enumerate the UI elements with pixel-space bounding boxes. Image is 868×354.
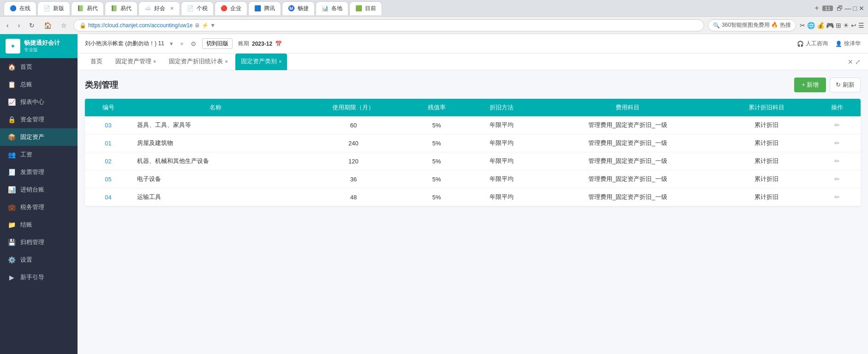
cell-action-3[interactable]: ✏ xyxy=(814,170,861,188)
browser-tab-4[interactable]: ☁️好会✕ xyxy=(138,1,180,15)
sidebar-item-资金管理[interactable]: 🔒 资金管理 xyxy=(0,111,78,128)
sidebar-item-工资[interactable]: 👥 工资 xyxy=(0,146,78,163)
table-header: 编号名称使用期限（月）残值率折旧方法费用科目累计折旧科目操作 xyxy=(85,99,861,116)
content-tab-1[interactable]: 固定资产管理× xyxy=(110,54,162,70)
switch-version-btn[interactable]: 切到旧版 xyxy=(202,38,233,49)
tab-close-all-btn[interactable]: ✕ xyxy=(848,58,853,66)
url-input[interactable]: 🔒 https://cloud.chanjet.com/accounting/u… xyxy=(73,19,704,31)
browser-tab-9[interactable]: 📊各地 xyxy=(316,1,348,15)
content-tab-close-1[interactable]: × xyxy=(153,59,156,64)
bookmark-btn[interactable]: ☆ xyxy=(58,21,70,30)
settings-icon[interactable]: ⚙ xyxy=(191,40,197,48)
table-col-header-0: 编号 xyxy=(85,99,132,116)
cell-name-4: 运输工具 xyxy=(132,188,299,206)
cell-accumulated-0: 累计折旧 xyxy=(718,116,814,134)
content-tab-2[interactable]: 固定资产折旧统计表× xyxy=(163,54,233,70)
browser-tab-2[interactable]: 📗易代 xyxy=(71,1,104,15)
sidebar-item-总账[interactable]: 📋 总账 xyxy=(0,76,78,93)
calendar-icon[interactable]: 📅 xyxy=(275,41,282,47)
sidebar-icon-7: 📊 xyxy=(7,186,16,194)
user-avatar[interactable]: 👤 徐泽华 xyxy=(835,40,861,48)
cell-accumulated-3: 累计折旧 xyxy=(718,170,814,188)
sidebar-item-结账[interactable]: 📁 结账 xyxy=(0,216,78,234)
forward-btn[interactable]: › xyxy=(15,21,23,30)
dropdown-icon[interactable]: ▾ xyxy=(170,40,173,47)
refresh-button[interactable]: ↻ 刷新 xyxy=(830,78,861,92)
consult-btn[interactable]: 🎧 人工咨询 xyxy=(797,40,828,48)
sidebar-item-归档管理[interactable]: 💾 归档管理 xyxy=(0,234,78,251)
close-browser-btn[interactable]: ✕ xyxy=(859,5,864,12)
table-col-header-2: 使用期限（月） xyxy=(300,99,407,116)
logo-sub: 专业版 xyxy=(24,47,60,53)
sidebar-logo: ✦ 畅捷通好会计 专业版 xyxy=(0,34,78,58)
sidebar-icon-1: 📋 xyxy=(7,80,16,89)
browser-tab-1[interactable]: 📄新版 xyxy=(37,1,70,15)
browser-tab-7[interactable]: 🟦腾讯 xyxy=(248,1,281,15)
cell-period-4: 48 xyxy=(300,188,407,206)
restore-btn[interactable]: 🗗 xyxy=(837,5,843,12)
cell-action-4[interactable]: ✏ xyxy=(814,188,861,206)
content-tab-0[interactable]: 首页 xyxy=(85,54,108,70)
headset-icon: 🎧 xyxy=(797,41,804,47)
sidebar-item-固定资产[interactable]: 📦 固定资产 xyxy=(0,128,78,146)
sidebar-item-设置[interactable]: ⚙️ 设置 xyxy=(0,251,78,269)
edit-btn-3[interactable]: ✏ xyxy=(834,175,840,183)
edit-btn-2[interactable]: ✏ xyxy=(834,157,840,165)
cell-accumulated-4: 累计折旧 xyxy=(718,188,814,206)
sidebar-label-12: 新手引导 xyxy=(20,273,44,282)
sidebar-label-2: 报表中心 xyxy=(20,98,44,106)
cell-expense-2: 管理费用_固定资产折旧_一级 xyxy=(537,152,719,170)
cell-method-1: 年限平均 xyxy=(466,134,537,152)
header-right: 🎧 人工咨询 👤 徐泽华 xyxy=(797,40,861,48)
table-row: 04 运输工具 48 5% 年限平均 管理费用_固定资产折旧_一级 累计折旧 ✏ xyxy=(85,188,861,206)
sidebar-item-首页[interactable]: 🏠 首页 xyxy=(0,58,78,76)
cell-code-1[interactable]: 01 xyxy=(85,134,132,152)
table-row: 03 器具、工具、家具等 60 5% 年限平均 管理费用_固定资产折旧_一级 累… xyxy=(85,116,861,134)
add-account-btn[interactable]: ＋ xyxy=(179,40,185,48)
cell-code-3[interactable]: 05 xyxy=(85,170,132,188)
edit-btn-0[interactable]: ✏ xyxy=(834,121,840,129)
add-button[interactable]: + 新增 xyxy=(794,78,826,92)
tab-close-btn[interactable]: ✕ xyxy=(170,6,174,12)
home-btn[interactable]: 🏠 xyxy=(41,21,54,30)
cell-expense-0: 管理费用_固定资产折旧_一级 xyxy=(537,116,719,134)
minimize-btn[interactable]: — xyxy=(845,5,851,12)
sidebar-label-0: 首页 xyxy=(20,63,32,71)
sidebar-item-报表中心[interactable]: 📈 报表中心 xyxy=(0,93,78,111)
browser-tab-6[interactable]: 🔴企业 xyxy=(215,1,247,15)
cell-code-4[interactable]: 04 xyxy=(85,188,132,206)
edit-btn-4[interactable]: ✏ xyxy=(834,193,840,201)
content-tab-close-2[interactable]: × xyxy=(225,59,227,64)
cell-code-0[interactable]: 03 xyxy=(85,116,132,134)
sidebar-item-进销台账[interactable]: 📊 进销台账 xyxy=(0,181,78,198)
tab-expand-btn[interactable]: ⤢ xyxy=(855,58,861,66)
browser-tab-5[interactable]: 📄个税 xyxy=(181,1,214,15)
search-box[interactable]: 🔍 360智能抠图免费用 🔥 热搜 xyxy=(708,19,796,31)
cell-code-2[interactable]: 02 xyxy=(85,152,132,170)
reload-btn[interactable]: ↻ xyxy=(26,21,37,30)
sidebar-item-发票管理[interactable]: 🧾 发票管理 xyxy=(0,163,78,181)
content-area: 类别管理 + 新增 ↻ 刷新 编号名称使用期限（月）残值率折旧方法费用科目累计折… xyxy=(78,70,868,213)
browser-tab-3[interactable]: 📗易代 xyxy=(105,1,138,15)
maximize-btn[interactable]: □ xyxy=(853,5,857,12)
cell-action-2[interactable]: ✏ xyxy=(814,152,861,170)
cell-action-0[interactable]: ✏ xyxy=(814,116,861,134)
browser-tab-8[interactable]: Ⓜ️畅捷 xyxy=(282,1,315,15)
cell-method-3: 年限平均 xyxy=(466,170,537,188)
edit-btn-1[interactable]: ✏ xyxy=(834,139,840,147)
sidebar-label-7: 进销台账 xyxy=(20,186,44,194)
content-tab-3[interactable]: 固定资产类别× xyxy=(235,54,287,70)
back-btn[interactable]: ‹ xyxy=(4,21,12,30)
cell-action-1[interactable]: ✏ xyxy=(814,134,861,152)
sidebar-item-新手引导[interactable]: ▶ 新手引导 xyxy=(0,269,78,286)
browser-tab-10[interactable]: 🟩目前 xyxy=(349,1,382,15)
user-info: 刘小艳演示帐套 (勿删勿动！) 11 xyxy=(85,40,164,48)
cell-name-3: 电子设备 xyxy=(132,170,299,188)
cell-period-0: 60 xyxy=(300,116,407,134)
sidebar-item-税务管理[interactable]: 💼 税务管理 xyxy=(0,198,78,216)
new-tab-btn[interactable]: ＋ xyxy=(813,3,820,13)
content-tab-close-3[interactable]: × xyxy=(279,59,281,64)
sidebar-icon-2: 📈 xyxy=(7,98,16,106)
browser-tab-0[interactable]: 🔵在线 xyxy=(4,1,36,15)
address-bar: ‹ › ↻ 🏠 ☆ 🔒 https://cloud.chanjet.com/ac… xyxy=(0,17,868,34)
